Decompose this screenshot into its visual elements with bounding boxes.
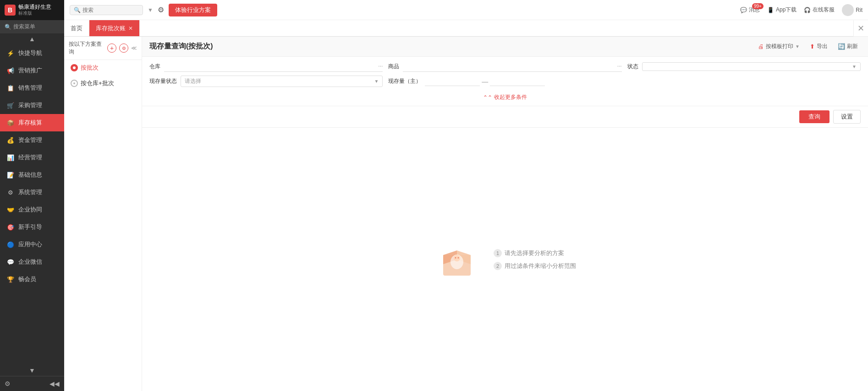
inventory-icon: 📦: [6, 119, 15, 127]
sidebar-item-label: 经营管理: [18, 153, 42, 162]
collapse-sidebar-icon[interactable]: ◀◀: [49, 380, 60, 387]
sidebar-item-inventory[interactable]: 📦 库存核算: [0, 114, 64, 131]
user-profile-btn[interactable]: Rit: [842, 4, 863, 16]
stock-status-filter: 现存量状态 请选择 ▼: [149, 76, 383, 87]
trial-btn[interactable]: 体验行业方案: [169, 4, 217, 16]
svg-point-7: [455, 257, 456, 258]
empty-hint-1: 1 请先选择要分析的方案: [494, 249, 576, 257]
page-actions: 🖨 按模板打印 ▼ ⬆ 导出 🔄 刷新: [755, 41, 861, 52]
app-logo: B: [5, 5, 16, 16]
sidebar-item-sales[interactable]: 📋 销售管理: [0, 79, 64, 97]
left-panel-collapse-btn[interactable]: ≪: [131, 45, 137, 51]
sidebar-item-apps[interactable]: 🔵 应用中心: [0, 236, 64, 253]
print-btn[interactable]: 🖨 按模板打印 ▼: [755, 41, 802, 52]
sidebar: B 畅康通好生意 标准版 🔍 搜索菜单 ▲ ⚡ 快捷导航 📢 营销推广 📋 销售…: [0, 0, 64, 391]
topbar-search-input[interactable]: [82, 7, 128, 13]
sidebar-item-marketing[interactable]: 📢 营销推广: [0, 62, 64, 79]
stock-amount-from-input[interactable]: [425, 76, 480, 86]
close-tab-area-btn[interactable]: ✕: [853, 20, 868, 36]
close-all-icon[interactable]: ✕: [857, 23, 864, 33]
topbar-dropdown-arrow[interactable]: ▼: [148, 7, 153, 13]
app-download-label: App下载: [776, 6, 797, 14]
sidebar-item-purchase[interactable]: 🛒 采购管理: [0, 97, 64, 114]
tab-close-icon[interactable]: ✕: [128, 25, 133, 32]
stock-amount-to-input[interactable]: [490, 76, 545, 86]
stock-status-arrow: ▼: [374, 79, 379, 84]
sidebar-item-finance[interactable]: 💰 资金管理: [0, 131, 64, 149]
stock-status-select[interactable]: 请选择 ▼: [181, 76, 383, 87]
sidebar-item-label: 畅会员: [18, 275, 36, 283]
query-btn[interactable]: 查询: [799, 110, 830, 123]
warehouse-filter: 仓库 ···: [149, 61, 383, 72]
tabbar: 首页 库存批次账 ✕ ✕: [64, 20, 868, 37]
stock-amount-label: 现存量（主）: [388, 77, 425, 85]
right-panel: 现存量查询(按批次) 🖨 按模板打印 ▼ ⬆ 导出 🔄 刷新: [142, 37, 868, 391]
sidebar-scroll-down[interactable]: ▼: [0, 365, 64, 376]
tab-home-label: 首页: [71, 24, 82, 33]
collapse-filters-btn[interactable]: ⌃⌃ 收起更多条件: [149, 91, 861, 101]
sidebar-item-enterprise[interactable]: 🤝 企业协同: [0, 201, 64, 218]
print-dropdown-arrow[interactable]: ▼: [795, 44, 800, 49]
guide-icon: 🎯: [6, 223, 15, 231]
sidebar-item-system[interactable]: ⚙ 系统管理: [0, 184, 64, 201]
member-icon: 🏆: [6, 275, 15, 283]
product-input[interactable]: [403, 61, 615, 71]
sidebar-item-label: 资金管理: [18, 136, 42, 144]
app-download-btn[interactable]: 📱 App下载: [767, 6, 797, 14]
status-label: 状态: [627, 63, 642, 71]
sidebar-item-wechat[interactable]: 💬 企业微信: [0, 253, 64, 271]
sidebar-item-label: 快捷导航: [18, 49, 42, 57]
stock-status-placeholder: 请选择: [185, 77, 372, 85]
svg-point-0: [73, 66, 76, 69]
sidebar-item-label: 库存核算: [18, 119, 42, 127]
status-select[interactable]: ▼: [642, 62, 861, 71]
inactive-scheme-dot: [71, 80, 78, 87]
status-filter: 状态 ▼: [627, 62, 861, 71]
warehouse-input[interactable]: [164, 61, 376, 71]
basic-icon: 📝: [6, 171, 15, 179]
sidebar-item-label: 系统管理: [18, 188, 42, 196]
search-icon: 🔍: [5, 24, 11, 30]
filter-row-2: 现存量状态 请选择 ▼ 现存量（主） —: [149, 76, 861, 87]
app-download-icon: 📱: [767, 7, 774, 13]
page-header: 现存量查询(按批次) 🖨 按模板打印 ▼ ⬆ 导出 🔄 刷新: [142, 37, 868, 57]
sidebar-item-quick-nav[interactable]: ⚡ 快捷导航: [0, 44, 64, 62]
topbar-setting-icon[interactable]: ⚙: [158, 5, 164, 14]
refresh-btn[interactable]: 🔄 刷新: [835, 41, 861, 52]
page-title: 现存量查询(按批次): [149, 42, 213, 51]
refresh-label: 刷新: [847, 43, 858, 50]
app-subtitle: 标准版: [18, 10, 51, 16]
tab-inventory-batch[interactable]: 库存批次账 ✕: [89, 20, 140, 36]
enterprise-icon: 🤝: [6, 206, 15, 214]
stock-amount-filter: 现存量（主） —: [388, 76, 621, 86]
tab-home[interactable]: 首页: [64, 20, 89, 36]
sidebar-item-guide[interactable]: 🎯 新手引导: [0, 218, 64, 236]
messages-btn[interactable]: 💬 消息 99+: [740, 6, 760, 14]
settings-btn[interactable]: 设置: [833, 110, 861, 124]
active-scheme-dot: [71, 64, 78, 71]
marketing-icon: 📢: [6, 66, 15, 75]
add-scheme-btn[interactable]: +: [107, 43, 116, 53]
scheme-settings-btn[interactable]: ⚙: [119, 43, 128, 53]
empty-hint-2: 2 用过滤条件来缩小分析范围: [494, 262, 576, 270]
online-service-label: 在线客服: [813, 6, 835, 14]
scheme-item-by-warehouse-batch[interactable]: 按仓库+批次: [64, 76, 142, 91]
topbar-search-box[interactable]: 🔍: [70, 5, 143, 15]
sidebar-nav: ⚡ 快捷导航 📢 营销推广 📋 销售管理 🛒 采购管理 📦 库存核算 💰 资金管…: [0, 44, 64, 365]
print-label: 按模板打印: [766, 43, 793, 50]
sidebar-item-basic[interactable]: 📝 基础信息: [0, 166, 64, 184]
topbar-search-icon: 🔍: [74, 7, 81, 13]
warehouse-more-icon[interactable]: ···: [378, 63, 383, 69]
main-area: 🔍 ▼ ⚙ 体验行业方案 💬 消息 99+ 📱 App下载 🎧 在线客服 Rit: [64, 0, 868, 391]
sidebar-search[interactable]: 🔍 搜索菜单: [0, 20, 64, 33]
online-service-btn[interactable]: 🎧 在线客服: [804, 6, 835, 14]
product-more-icon[interactable]: ···: [617, 63, 622, 69]
settings-icon[interactable]: ⚙: [5, 380, 11, 387]
sidebar-item-operations[interactable]: 📊 经营管理: [0, 149, 64, 166]
sidebar-scroll-up[interactable]: ▲: [0, 33, 64, 44]
scheme-item-by-batch[interactable]: 按批次: [64, 60, 142, 76]
left-panel-title: 按以下方案查询: [69, 40, 104, 56]
empty-illustration: [434, 237, 480, 282]
sidebar-item-member[interactable]: 🏆 畅会员: [0, 271, 64, 288]
export-btn[interactable]: ⬆ 导出: [807, 41, 830, 52]
